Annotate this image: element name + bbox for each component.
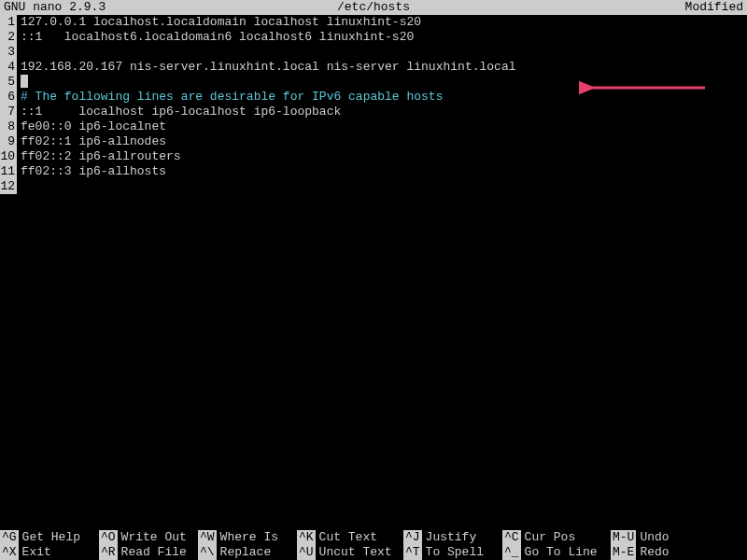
help-desc: Exit: [22, 545, 51, 560]
line-number: 9: [0, 134, 17, 149]
editor-line[interactable]: 12: [0, 179, 747, 194]
help-desc: Cur Pos: [525, 530, 576, 545]
help-desc: Replace: [220, 545, 272, 560]
line-text[interactable]: [17, 179, 21, 194]
help-desc: Redo: [640, 545, 669, 560]
help-item[interactable]: ^_Go To Line: [502, 545, 611, 560]
editor-line[interactable]: 9ff02::1 ip6-allnodes: [0, 134, 747, 149]
help-desc: Go To Line: [525, 545, 598, 560]
help-key: ^U: [297, 545, 316, 560]
line-number: 10: [0, 149, 17, 164]
line-number: 2: [0, 30, 17, 45]
help-item[interactable]: ^TTo Spell: [403, 545, 502, 560]
help-item[interactable]: ^JJustify: [403, 530, 502, 545]
help-item[interactable]: ^XExit: [0, 545, 99, 560]
help-key: ^O: [99, 530, 118, 545]
help-key: ^K: [297, 530, 316, 545]
line-number: 1: [0, 15, 17, 30]
editor-line[interactable]: 7::1 localhost ip6-localhost ip6-loopbac…: [0, 105, 747, 119]
editor-line[interactable]: 5: [0, 75, 747, 90]
line-number: 8: [0, 119, 17, 134]
help-item[interactable]: ^\Replace: [198, 545, 297, 560]
line-text[interactable]: [17, 45, 21, 60]
help-item[interactable]: ^WWhere Is: [198, 530, 297, 545]
line-number: 6: [0, 90, 17, 105]
help-key: ^T: [403, 545, 422, 560]
line-number: 5: [0, 75, 17, 90]
help-key: ^G: [0, 530, 19, 545]
help-desc: Justify: [426, 530, 477, 545]
help-row-1: ^GGet Help^OWrite Out^WWhere Is^KCut Tex…: [0, 530, 747, 545]
help-item[interactable]: ^UUncut Text: [297, 545, 403, 560]
line-text[interactable]: 192.168.20.167 nis-server.linuxhint.loca…: [17, 60, 516, 75]
editor-area[interactable]: 1127.0.0.1 localhost.localdomain localho…: [0, 15, 747, 194]
nano-titlebar: GNU nano 2.9.3 /etc/hosts Modified: [0, 0, 747, 15]
editor-line[interactable]: 6# The following lines are desirable for…: [0, 90, 747, 105]
help-desc: To Spell: [426, 545, 484, 560]
modified-status: Modified: [685, 0, 743, 15]
line-number: 11: [0, 164, 17, 179]
line-number: 3: [0, 45, 17, 60]
line-text[interactable]: 127.0.0.1 localhost.localdomain localhos…: [17, 15, 421, 30]
line-text[interactable]: fe00::0 ip6-localnet: [17, 119, 166, 134]
help-desc: Undo: [640, 530, 669, 545]
help-item[interactable]: M-ERedo: [611, 545, 663, 560]
help-key: ^\: [198, 545, 217, 560]
text-cursor: [21, 75, 28, 88]
help-item[interactable]: ^RRead File: [99, 545, 198, 560]
line-text[interactable]: [17, 75, 28, 90]
help-desc: Uncut Text: [319, 545, 392, 560]
help-item[interactable]: ^GGet Help: [0, 530, 99, 545]
help-row-2: ^XExit^RRead File^\Replace^UUncut Text^T…: [0, 545, 747, 560]
app-name: GNU nano 2.9.3: [4, 0, 106, 15]
help-desc: Where Is: [220, 530, 278, 545]
help-desc: Read File: [121, 545, 187, 560]
line-text[interactable]: ::1 localhost ip6-localhost ip6-loopback: [17, 105, 341, 119]
help-key: ^W: [198, 530, 217, 545]
editor-line[interactable]: 2::1 localhost6.localdomain6 localhost6 …: [0, 30, 747, 45]
editor-line[interactable]: 4192.168.20.167 nis-server.linuxhint.loc…: [0, 60, 747, 75]
help-item[interactable]: ^OWrite Out: [99, 530, 198, 545]
editor-line[interactable]: 11ff02::3 ip6-allhosts: [0, 164, 747, 179]
help-item[interactable]: ^CCur Pos: [502, 530, 611, 545]
line-text[interactable]: ff02::2 ip6-allrouters: [17, 149, 181, 164]
help-item[interactable]: ^KCut Text: [297, 530, 403, 545]
help-desc: Cut Text: [319, 530, 377, 545]
editor-line[interactable]: 10ff02::2 ip6-allrouters: [0, 149, 747, 164]
line-text[interactable]: # The following lines are desirable for …: [17, 90, 443, 105]
help-bar: ^GGet Help^OWrite Out^WWhere Is^KCut Tex…: [0, 530, 747, 560]
help-key: ^R: [99, 545, 118, 560]
help-desc: Get Help: [22, 530, 80, 545]
editor-line[interactable]: 8fe00::0 ip6-localnet: [0, 119, 747, 134]
help-key: ^J: [403, 530, 422, 545]
help-key: M-E: [611, 545, 636, 560]
help-key: M-U: [611, 530, 636, 545]
help-key: ^_: [502, 545, 521, 560]
editor-line[interactable]: 3: [0, 45, 747, 60]
help-desc: Write Out: [121, 530, 187, 545]
line-number: 4: [0, 60, 17, 75]
file-path: /etc/hosts: [337, 0, 410, 15]
line-number: 7: [0, 105, 17, 119]
editor-line[interactable]: 1127.0.0.1 localhost.localdomain localho…: [0, 15, 747, 30]
help-key: ^C: [502, 530, 521, 545]
line-number: 12: [0, 179, 17, 194]
line-text[interactable]: ff02::1 ip6-allnodes: [17, 134, 166, 149]
line-text[interactable]: ::1 localhost6.localdomain6 localhost6 l…: [17, 30, 414, 45]
line-text[interactable]: ff02::3 ip6-allhosts: [17, 164, 166, 179]
help-key: ^X: [0, 545, 19, 560]
help-item[interactable]: M-UUndo: [611, 530, 663, 545]
